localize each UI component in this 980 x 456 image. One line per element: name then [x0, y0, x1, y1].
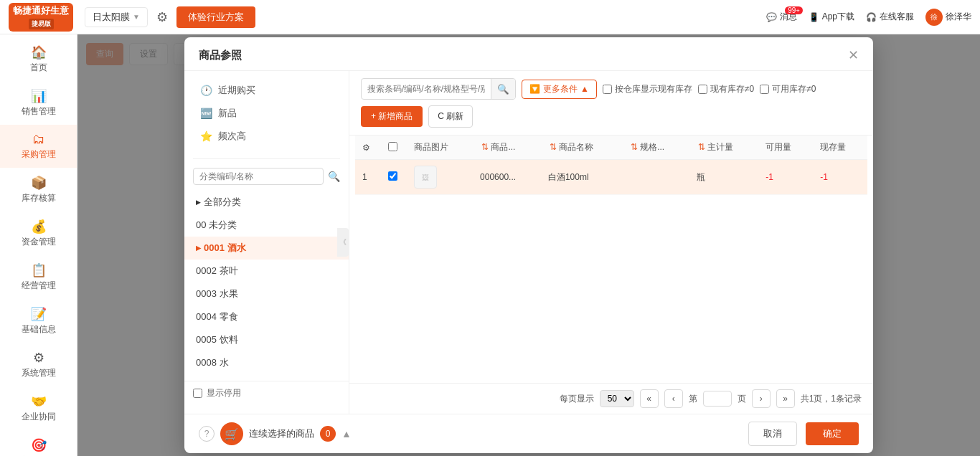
row-stock: -1 [813, 160, 867, 195]
sidebar-item-finance[interactable]: 💰 资金管理 [0, 212, 77, 255]
frequent-label: 频次高 [218, 130, 246, 143]
app-download-btn[interactable]: 📱 App下载 [809, 11, 854, 23]
category-tea[interactable]: 0002 茶叶 [184, 260, 349, 282]
category-drink-label: 0005 饮料 [196, 333, 238, 346]
select-all-checkbox[interactable] [388, 142, 397, 151]
category-snack-label: 0004 零食 [196, 310, 238, 323]
finance-icon: 💰 [31, 219, 47, 234]
filter-btn[interactable]: 🔽 更多条件 ▲ [522, 80, 597, 99]
cart-label: 连续选择的商品 [249, 427, 314, 440]
trial-button[interactable]: 体验行业方案 [176, 6, 255, 28]
available-stock-label: 可用库存≠0 [772, 83, 816, 95]
user-menu[interactable]: 徐 徐泽华 [925, 9, 971, 26]
arrow-right-icon: ▶ [196, 199, 201, 206]
help-icon[interactable]: ? [199, 426, 215, 442]
th-code[interactable]: ⇅ 商品... [473, 136, 541, 160]
frequent-tab[interactable]: ⭐ 频次高 [193, 125, 340, 147]
sidebar-item-system[interactable]: ⚙ 系统管理 [0, 343, 77, 386]
sidebar-item-purchase[interactable]: 🗂 采购管理 [0, 125, 77, 168]
sidebar-item-operation[interactable]: 📋 经营管理 [0, 255, 77, 299]
category-unclassified[interactable]: 00 未分类 [184, 214, 349, 237]
collapse-up-icon[interactable]: ▲ [341, 428, 352, 440]
page-label: 第 [689, 393, 697, 405]
product-search-input[interactable] [362, 84, 491, 94]
category-appliance[interactable]: 0010 家电 [184, 374, 349, 381]
cart-icon: 🛒 [220, 422, 243, 445]
product-table: ⚙ 商品图片 ⇅ [355, 136, 867, 195]
th-checkbox [381, 136, 407, 160]
page-first-btn[interactable]: « [640, 389, 659, 408]
th-name[interactable]: ⇅ 商品名称 [541, 136, 622, 160]
sidebar-item-basic[interactable]: 📝 基础信息 [0, 299, 77, 343]
warehouse-stock-checkbox[interactable] [603, 85, 612, 94]
th-spec[interactable]: ⇅ 规格... [622, 136, 689, 160]
sidebar-item-home[interactable]: 🏠 首页 [0, 37, 77, 81]
modal-title: 商品参照 [199, 49, 242, 62]
column-settings-icon[interactable]: ⚙ [362, 143, 370, 153]
table-header-row: ⚙ 商品图片 ⇅ [355, 136, 867, 160]
add-product-btn[interactable]: + 新增商品 [361, 106, 423, 127]
th-settings: ⚙ [355, 136, 381, 160]
modal-close-btn[interactable]: ✕ [848, 47, 859, 63]
page-prev-btn[interactable]: ‹ [664, 389, 683, 408]
filter-arrow-icon: ▲ [580, 84, 589, 94]
clock-icon: 🕐 [200, 85, 212, 96]
sidebar-item-sales[interactable]: 📊 销售管理 [0, 81, 77, 125]
category-search-row: 🔍 [193, 168, 340, 185]
page-number-input[interactable]: 1 [703, 391, 732, 407]
category-snack[interactable]: 0004 零食 [184, 305, 349, 328]
page-last-btn[interactable]: » [776, 389, 795, 408]
available-stock-checkbox[interactable] [760, 85, 769, 94]
confirm-btn[interactable]: 确定 [806, 422, 859, 445]
guide-icon: 🎯 [31, 437, 47, 453]
checkbox-warehouse-stock[interactable]: 按仓库显示现有库存 [603, 83, 692, 95]
table-row[interactable]: 1 🖼 000600... [355, 160, 867, 195]
sidebar-label-corp: 企业协同 [22, 411, 56, 423]
sidebar-item-corp[interactable]: 🤝 企业协同 [0, 386, 77, 430]
store-dropdown[interactable]: 日太阳膜 ▼ [85, 7, 148, 27]
recent-purchase-label: 近期购买 [218, 84, 255, 97]
arrow-active-icon: ▶ [196, 244, 201, 252]
checkbox-available-stock[interactable]: 可用库存≠0 [760, 83, 816, 95]
show-disabled-checkbox[interactable] [193, 389, 202, 398]
recent-purchase-tab[interactable]: 🕐 近期购买 [193, 80, 340, 101]
modal-footer: ? 🛒 连续选择的商品 0 ▲ 取消 确定 [184, 414, 873, 453]
sidebar-item-guide[interactable]: 🎯 新手引导 [0, 430, 77, 456]
headset-icon: 🎧 [866, 12, 877, 22]
sidebar-label-operation: 经营管理 [22, 280, 56, 292]
refresh-btn[interactable]: C 刷新 [428, 105, 473, 128]
cancel-btn[interactable]: 取消 [748, 422, 797, 446]
category-drink[interactable]: 0005 饮料 [184, 328, 349, 351]
checkbox-existing-stock[interactable]: 现有库存≠0 [698, 83, 754, 95]
messages-btn[interactable]: 💬 消息 99+ [766, 11, 797, 23]
system-icon: ⚙ [33, 350, 44, 366]
sidebar-label-purchase: 采购管理 [22, 148, 56, 161]
th-unit[interactable]: ⇅ 主计量 [689, 136, 759, 160]
page-next-btn[interactable]: › [752, 389, 771, 408]
existing-stock-checkbox[interactable] [698, 85, 707, 94]
per-page-select[interactable]: 50 [600, 390, 634, 407]
settings-icon[interactable]: ⚙ [151, 6, 174, 29]
category-water[interactable]: 0008 水 [184, 351, 349, 374]
cart-count: 0 [320, 426, 336, 442]
product-search-btn[interactable]: 🔍 [491, 79, 515, 99]
existing-stock-label: 现有库存≠0 [710, 83, 754, 95]
category-search-icon[interactable]: 🔍 [328, 171, 340, 182]
new-icon: 🆕 [200, 108, 212, 119]
filter-icon: 🔽 [529, 84, 540, 94]
row-checkbox[interactable] [388, 171, 397, 181]
row-name: 白酒100ml [541, 160, 622, 195]
row-checkbox-cell [381, 160, 407, 195]
panel-collapse-btn[interactable]: 《 [337, 228, 349, 257]
category-fruit[interactable]: 0003 水果 [184, 282, 349, 305]
category-fruit-label: 0003 水果 [196, 288, 238, 300]
category-search-input[interactable] [193, 168, 324, 185]
message-icon: 💬 [766, 12, 777, 22]
category-all[interactable]: ▶ 全部分类 [184, 191, 349, 214]
service-btn[interactable]: 🎧 在线客服 [866, 11, 914, 23]
new-products-tab[interactable]: 🆕 新品 [193, 103, 340, 124]
sidebar-item-inventory[interactable]: 📦 库存核算 [0, 168, 77, 212]
sidebar: 🏠 首页 📊 销售管理 🗂 采购管理 📦 库存核算 💰 资金管理 📋 经营管理 … [0, 34, 77, 456]
navbar: 畅捷通好生意 捷易版 日太阳膜 ▼ ⚙ 体验行业方案 💬 消息 99+ 📱 Ap… [0, 0, 980, 34]
category-alcohol[interactable]: ▶ 0001 酒水 [184, 237, 349, 260]
